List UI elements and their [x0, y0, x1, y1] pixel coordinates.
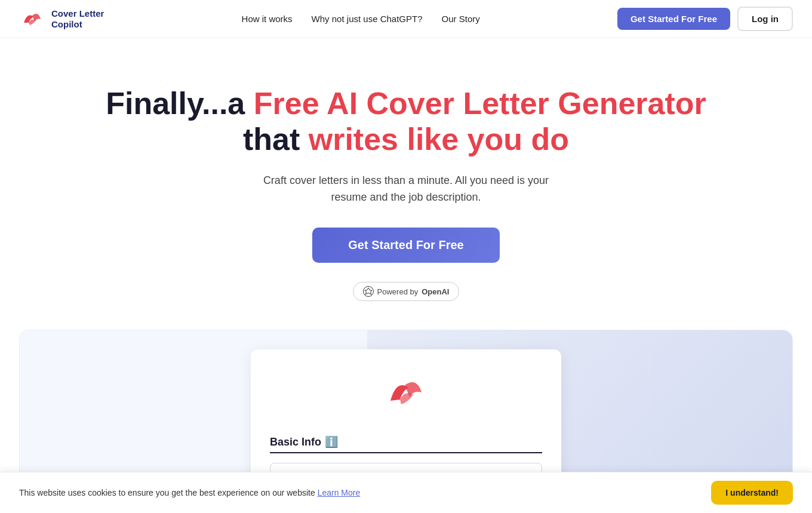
- nav-why-chatgpt[interactable]: Why not just use ChatGPT?: [312, 14, 423, 24]
- hero-title: Finally...a Free AI Cover Letter Generat…: [19, 86, 793, 158]
- cookie-banner: This website uses cookies to ensure you …: [0, 472, 812, 513]
- openai-icon: [363, 286, 374, 297]
- hero-title-highlight2: writes like you do: [309, 122, 569, 156]
- brand-name: Cover LetterCopilot: [51, 8, 104, 30]
- navbar: Cover LetterCopilot How it works Why not…: [0, 0, 812, 38]
- hero-title-suffix: that: [243, 122, 309, 156]
- logo-icon: [19, 6, 45, 32]
- hero-subtitle: Craft cover letters in less than a minut…: [19, 172, 793, 207]
- nav-cta-button[interactable]: Get Started For Free: [617, 8, 730, 30]
- cookie-text: This website uses cookies to ensure you …: [19, 488, 360, 497]
- nav-links: How it works Why not just use ChatGPT? O…: [242, 14, 480, 24]
- powered-by-label: Powered by: [377, 287, 419, 296]
- hero-title-prefix: Finally...a: [106, 86, 254, 121]
- powered-by-badge: Powered by OpenAI: [353, 282, 460, 301]
- preview-logo: [270, 368, 542, 419]
- preview-logo-icon: [382, 368, 430, 416]
- svg-point-2: [382, 368, 430, 416]
- svg-point-0: [19, 6, 45, 32]
- nav-right: Get Started For Free Log in: [617, 7, 793, 31]
- info-icon: ℹ️: [325, 435, 338, 449]
- form-section-title: Basic Info ℹ️: [270, 435, 542, 453]
- hero-cta-button[interactable]: Get Started For Free: [312, 228, 499, 263]
- hero-section: Finally...a Free AI Cover Letter Generat…: [0, 38, 812, 330]
- cookie-learn-more-link[interactable]: Learn More: [318, 488, 361, 497]
- openai-label: OpenAI: [422, 287, 449, 296]
- logo[interactable]: Cover LetterCopilot: [19, 6, 104, 32]
- nav-how-it-works[interactable]: How it works: [242, 14, 293, 24]
- hero-title-highlight: Free AI Cover Letter Generator: [254, 86, 706, 121]
- nav-login-button[interactable]: Log in: [737, 7, 793, 31]
- nav-our-story[interactable]: Our Story: [442, 14, 480, 24]
- cookie-accept-button[interactable]: I understand!: [711, 481, 793, 505]
